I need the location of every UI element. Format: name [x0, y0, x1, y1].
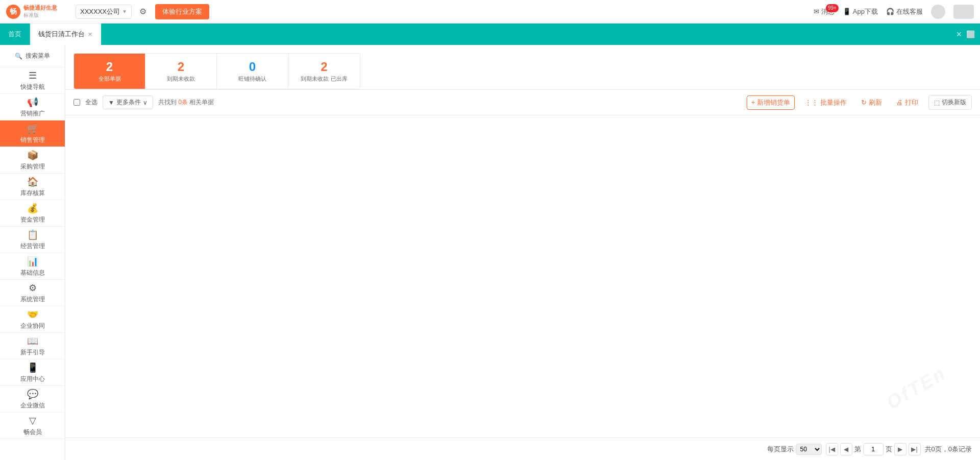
sidebar-item-operations[interactable]: 📋 经营管理	[0, 227, 65, 253]
company-name: XXXXXX公司	[80, 7, 120, 16]
stat-shipped[interactable]: 2 到期未收款 已出库	[288, 54, 360, 89]
online-service-button[interactable]: 🎧 在线客服	[886, 7, 923, 16]
stat-overdue-label: 到期未收款	[167, 75, 195, 83]
stat-pending-label: 旺铺待确认	[238, 75, 266, 83]
logo-text: 畅捷通好生意 标准版	[23, 4, 57, 19]
message-badge: 99+	[826, 4, 839, 12]
sidebar-item-wechat[interactable]: 💬 企业微信	[0, 386, 65, 413]
sidebar-item-finance[interactable]: 💰 资金管理	[0, 200, 65, 227]
prev-page-button[interactable]: ◀	[840, 443, 852, 455]
basic-info-icon: 📊	[27, 256, 38, 267]
stat-overdue-num: 2	[178, 60, 184, 74]
sidebar-item-sales[interactable]: 🛒 销售管理	[0, 120, 65, 147]
window-minimize-button[interactable]: ✕	[956, 30, 962, 38]
logo-area: 畅 畅捷通好生意 标准版	[6, 4, 71, 19]
app-body: 🔍 搜索菜单 ☰ 快捷导航 📢 营销推广 🛒 销售管理 📦 采购管理 🏠 库存核…	[0, 45, 980, 460]
sidebar: 🔍 搜索菜单 ☰ 快捷导航 📢 营销推广 🛒 销售管理 📦 采购管理 🏠 库存核…	[0, 45, 65, 460]
tab-home[interactable]: 首页	[0, 23, 30, 45]
top-header: 畅 畅捷通好生意 标准版 XXXXXX公司 ▼ ⚙ 体验行业方案 ✉ 消息 99…	[0, 0, 980, 23]
table-area	[65, 115, 980, 438]
stat-pending[interactable]: 0 旺铺待确认	[217, 54, 288, 89]
system-icon: ⚙	[29, 282, 37, 294]
stat-pending-num: 0	[249, 60, 256, 74]
batch-icon: ⋮⋮	[805, 99, 818, 106]
download-icon: 📱	[843, 8, 851, 15]
per-page-selector: 每页显示 50 100 200	[767, 444, 822, 455]
sidebar-item-quick-nav[interactable]: ☰ 快捷导航	[0, 67, 65, 94]
company-selector[interactable]: XXXXXX公司 ▼	[76, 5, 132, 19]
stats-cards: 2 全部单据 2 到期未收款 0 旺铺待确认 2 到期未收款 已出库	[74, 53, 360, 89]
next-page-button[interactable]: ▶	[894, 443, 906, 455]
app-download-button[interactable]: 📱 App下载	[843, 7, 878, 16]
filter-chevron: ∨	[143, 99, 148, 106]
guide-icon: 📖	[27, 335, 38, 347]
main-content: 2 全部单据 2 到期未收款 0 旺铺待确认 2 到期未收款 已出库	[65, 45, 980, 460]
avatar[interactable]	[931, 5, 945, 19]
sidebar-item-purchase[interactable]: 📦 采购管理	[0, 147, 65, 174]
sales-icon: 🛒	[27, 123, 38, 134]
sidebar-item-enterprise[interactable]: 🤝 企业协同	[0, 306, 65, 333]
pagination-bar: 每页显示 50 100 200 |◀ ◀ 第 页 ▶ ▶| 共0页，0条记录	[65, 438, 980, 460]
toolbar-right: + 新增销货单 ⋮⋮ 批量操作 ↻ 刷新 🖨 打印 ⬚ 切换新版	[747, 95, 972, 110]
sidebar-item-system[interactable]: ⚙ 系统管理	[0, 280, 65, 306]
stat-overdue[interactable]: 2 到期未收款	[145, 54, 217, 89]
message-icon: ✉	[814, 8, 819, 15]
app-center-icon: 📱	[27, 362, 38, 373]
stat-shipped-label: 到期未收款 已出库	[301, 75, 347, 83]
inventory-icon: 🏠	[27, 176, 38, 187]
stat-all-label: 全部单据	[99, 75, 121, 83]
search-icon: 🔍	[15, 53, 22, 60]
total-records: 共0页，0条记录	[925, 445, 972, 454]
window-maximize-button[interactable]: ⬜	[966, 30, 975, 38]
more-filter-button[interactable]: ▼ 更多条件 ∨	[103, 95, 153, 109]
select-all-label[interactable]: 全选	[85, 98, 97, 107]
header-right: ✉ 消息 99+ 📱 App下载 🎧 在线客服	[814, 5, 974, 19]
finance-icon: 💰	[27, 203, 38, 214]
found-text: 共找到 0条 相关单据	[158, 98, 214, 107]
search-menu-label: 搜索菜单	[26, 52, 50, 60]
marketing-icon: 📢	[27, 96, 38, 108]
toolbar: 全选 ▼ 更多条件 ∨ 共找到 0条 相关单据 + 新增销货单 ⋮⋮ 批量操作 …	[65, 90, 980, 115]
add-sales-order-button[interactable]: + 新增销货单	[747, 95, 795, 110]
first-page-button[interactable]: |◀	[826, 443, 838, 455]
stats-area: 2 全部单据 2 到期未收款 0 旺铺待确认 2 到期未收款 已出库	[65, 45, 980, 90]
switch-version-button[interactable]: ⬚ 切换新版	[928, 95, 972, 110]
purchase-icon: 📦	[27, 150, 38, 161]
stat-all[interactable]: 2 全部单据	[74, 54, 145, 89]
sidebar-item-guide[interactable]: 📖 新手引导	[0, 333, 65, 359]
per-page-select[interactable]: 50 100 200	[796, 444, 822, 455]
tab-workbench[interactable]: 钱货日清工作台 ✕	[30, 23, 101, 45]
message-button[interactable]: ✉ 消息 99+	[814, 7, 835, 16]
select-all-checkbox[interactable]	[74, 99, 80, 106]
found-count: 0条	[178, 99, 188, 106]
refresh-button[interactable]: ↻ 刷新	[857, 96, 886, 109]
print-button[interactable]: 🖨 打印	[892, 96, 922, 109]
trial-button[interactable]: 体验行业方案	[155, 4, 209, 19]
enterprise-icon: 🤝	[27, 309, 38, 320]
per-page-label: 每页显示	[767, 445, 794, 454]
wechat-icon: 💬	[27, 389, 38, 400]
service-icon: 🎧	[886, 8, 894, 15]
sidebar-item-marketing[interactable]: 📢 营销推广	[0, 94, 65, 120]
company-dropdown-arrow: ▼	[122, 9, 127, 14]
stat-all-num: 2	[106, 60, 113, 74]
sidebar-item-member[interactable]: ▽ 畅会员	[0, 413, 65, 439]
sidebar-item-basic-info[interactable]: 📊 基础信息	[0, 253, 65, 280]
sidebar-search[interactable]: 🔍 搜索菜单	[0, 45, 65, 67]
stat-shipped-num: 2	[321, 60, 327, 74]
refresh-icon: ↻	[861, 99, 867, 106]
last-page-button[interactable]: ▶|	[909, 443, 921, 455]
operations-icon: 📋	[27, 229, 38, 240]
settings-button[interactable]: ⚙	[136, 5, 150, 19]
tab-close-button[interactable]: ✕	[88, 31, 92, 38]
sidebar-item-inventory[interactable]: 🏠 库存核算	[0, 174, 65, 200]
batch-operation-button[interactable]: ⋮⋮ 批量操作	[801, 96, 851, 109]
filter-icon: ▼	[108, 99, 114, 106]
page-number-input[interactable]	[863, 443, 884, 455]
page-navigation: |◀ ◀ 第 页 ▶ ▶|	[826, 443, 921, 455]
user-name-area[interactable]	[953, 5, 974, 19]
sidebar-item-app-center[interactable]: 📱 应用中心	[0, 359, 65, 386]
tab-window-controls: ✕ ⬜	[956, 30, 980, 38]
switch-icon: ⬚	[934, 99, 940, 106]
logo-icon: 畅	[6, 5, 20, 19]
